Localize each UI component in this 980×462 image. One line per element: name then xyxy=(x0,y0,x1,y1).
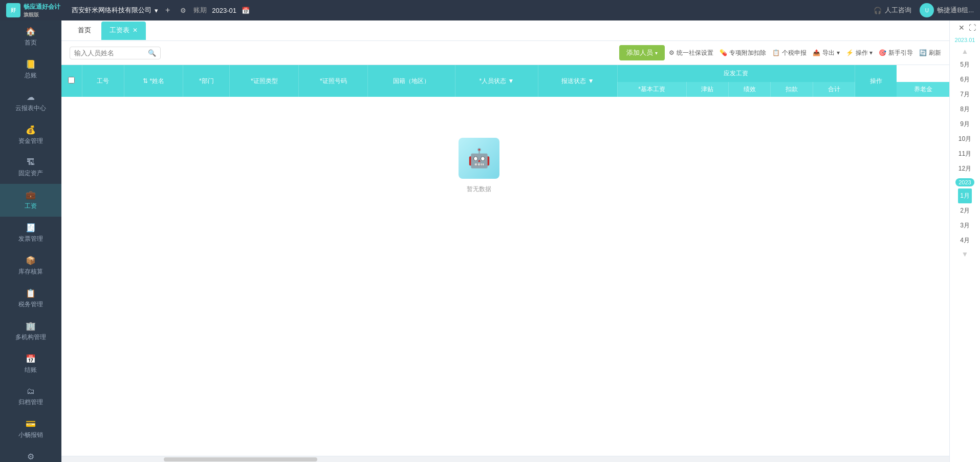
expand-panel-button[interactable]: ⛶ xyxy=(967,23,978,33)
th-deduction: 扣款 xyxy=(771,82,813,97)
tax-declare-icon: 📋 xyxy=(772,49,780,56)
toolbar-action-new-guide[interactable]: 🎯 新手引导 xyxy=(879,49,913,57)
toolbar-action-export[interactable]: 📤 导出 ▾ xyxy=(813,49,839,57)
multi-org-label: 多机构管理 xyxy=(15,333,46,342)
sidebar-item-settings[interactable]: ⚙ 基础设置 xyxy=(0,446,61,462)
close-panel-button[interactable]: ✕ xyxy=(956,23,967,33)
special-deduction-label: 专项附加扣除 xyxy=(729,49,766,57)
sidebar-item-fixed-asset[interactable]: 🏗 固定资产 xyxy=(0,152,61,184)
calendar-icon[interactable]: 📅 xyxy=(242,7,250,14)
tax-icon: 📋 xyxy=(26,288,36,298)
header-right: 🎧 人工咨询 U 畅捷通B组... xyxy=(874,3,974,17)
sidebar-item-salary[interactable]: 💼 工资 xyxy=(0,184,61,217)
year-badge-2023[interactable]: 2023 xyxy=(955,178,974,186)
home-label: 首页 xyxy=(25,38,37,47)
toolbar-action-refresh[interactable]: 🔄 刷新 xyxy=(919,49,941,57)
toolbar-action-operations[interactable]: ⚡ 操作 ▾ xyxy=(846,49,873,57)
th-id-type: *证照类型 xyxy=(230,65,299,97)
inventory-icon: 📦 xyxy=(26,256,36,265)
user-menu[interactable]: U 畅捷通B组... xyxy=(920,3,974,17)
th-allowance: 津贴 xyxy=(686,82,728,97)
salary-label: 工资 xyxy=(25,202,37,211)
month-item-prev-12[interactable]: 12月 xyxy=(956,161,973,176)
salary-tab-label: 工资表 xyxy=(110,26,129,35)
invoice-label: 发票管理 xyxy=(18,235,43,243)
sidebar-item-invoice[interactable]: 🧾 发票管理 xyxy=(0,217,61,249)
settings-icon[interactable]: ⚙ xyxy=(177,6,189,15)
special-deduction-icon: 💊 xyxy=(720,49,727,56)
search-input[interactable] xyxy=(74,49,146,57)
sidebar-item-home[interactable]: 🏠 首页 xyxy=(0,20,61,53)
toolbar-action-tax-declare[interactable]: 📋 个税申报 xyxy=(772,49,807,57)
sidebar-item-cloud-report[interactable]: ☁ 云报表中心 xyxy=(0,86,61,119)
th-number: 工号 xyxy=(82,65,124,97)
add-person-label: 添加人员 xyxy=(626,48,653,57)
curr-year-months: 1月2月3月4月 xyxy=(958,188,972,248)
new-guide-label: 新手引导 xyxy=(888,49,913,57)
user-avatar: U xyxy=(920,3,934,17)
right-panel: ✕ ⛶ 2023.01 ▲ 5月6月7月8月9月10月11月12月 2023 1… xyxy=(949,20,980,462)
panel-controls: ✕ ⛶ xyxy=(950,20,980,35)
th-status: *人员状态 ▼ xyxy=(455,65,538,97)
sidebar-item-ledger[interactable]: 📒 总账 xyxy=(0,53,61,86)
search-icon[interactable]: 🔍 xyxy=(148,49,156,57)
sidebar-item-archive[interactable]: 🗂 归档管理 xyxy=(0,381,61,413)
close-label: 结账 xyxy=(25,366,37,374)
month-item-curr-1[interactable]: 1月 xyxy=(958,188,972,203)
sidebar-item-close[interactable]: 📅 结账 xyxy=(0,348,61,381)
scroll-up-icon[interactable]: ▲ xyxy=(960,45,971,57)
inventory-label: 库存核算 xyxy=(18,267,43,276)
toolbar-action-social-security[interactable]: ⚙ 统一社保设置 xyxy=(669,49,713,57)
tax-label: 税务管理 xyxy=(18,300,43,309)
period-display: 2023.01 xyxy=(953,35,977,45)
sidebar-item-multi-org[interactable]: 🏢 多机构管理 xyxy=(0,315,61,348)
support-button[interactable]: 🎧 人工咨询 xyxy=(874,6,911,15)
sidebar-item-inventory[interactable]: 📦 库存核算 xyxy=(0,249,61,282)
tab-bar: 首页 工资表 ✕ xyxy=(61,20,949,41)
fund-label: 资金管理 xyxy=(18,137,43,145)
export-label: 导出 ▾ xyxy=(822,49,839,57)
app-name: 畅应通好会计 旗舰版 xyxy=(24,3,60,18)
th-total: 合计 xyxy=(813,82,855,97)
toolbar-action-special-deduction[interactable]: 💊 专项附加扣除 xyxy=(720,49,766,57)
company-name: 西安虾米网络科技有限公司 xyxy=(72,6,151,15)
month-item-prev-6[interactable]: 6月 xyxy=(956,72,973,87)
month-item-prev-7[interactable]: 7月 xyxy=(956,87,973,102)
month-item-prev-10[interactable]: 10月 xyxy=(956,132,973,146)
month-item-prev-11[interactable]: 11月 xyxy=(956,146,973,161)
tab-close-icon[interactable]: ✕ xyxy=(133,27,138,34)
month-item-curr-4[interactable]: 4月 xyxy=(958,233,972,248)
company-selector[interactable]: 西安虾米网络科技有限公司 ▾ xyxy=(68,4,162,17)
empty-state-cell: 🤖 暂无数据 xyxy=(61,97,897,235)
month-item-curr-3[interactable]: 3月 xyxy=(958,218,972,233)
support-label: 人工咨询 xyxy=(885,6,911,15)
empty-state-row: 🤖 暂无数据 xyxy=(61,97,949,235)
month-item-curr-2[interactable]: 2月 xyxy=(958,203,972,218)
add-icon[interactable]: + xyxy=(162,5,173,16)
fund-icon: 💰 xyxy=(26,125,36,135)
settings-icon: ⚙ xyxy=(27,452,34,461)
th-name: ⇅ *姓名 xyxy=(124,65,183,97)
header-period: 账期 2023-01 📅 xyxy=(193,6,250,15)
prev-year-months: 5月6月7月8月9月10月11月12月 xyxy=(956,57,973,176)
fixed-asset-label: 固定资产 xyxy=(18,169,43,178)
month-item-prev-9[interactable]: 9月 xyxy=(956,117,973,132)
main-layout: 🏠 首页 📒 总账 ☁ 云报表中心 💰 资金管理 🏗 固定资产 💼 工资 🧾 发… xyxy=(0,20,980,462)
month-item-prev-8[interactable]: 8月 xyxy=(956,102,973,117)
search-wrap: 🔍 xyxy=(70,47,161,59)
scroll-down-icon[interactable]: ▼ xyxy=(960,248,971,260)
tab-home[interactable]: 首页 xyxy=(70,22,99,40)
user-name: 畅捷通B组... xyxy=(937,6,974,15)
sidebar-item-fund[interactable]: 💰 资金管理 xyxy=(0,119,61,152)
select-all-checkbox[interactable] xyxy=(68,77,75,83)
select-all-col xyxy=(61,65,82,97)
table-scrollbar[interactable] xyxy=(61,456,949,462)
table-scrollbar-thumb[interactable] xyxy=(164,457,317,461)
sidebar-item-expense[interactable]: 💳 小畅报销 xyxy=(0,413,61,446)
chevron-down-icon[interactable]: ▾ xyxy=(155,7,158,14)
add-person-button[interactable]: 添加人员 ▾ xyxy=(619,45,665,60)
fixed-asset-icon: 🏗 xyxy=(27,158,35,167)
tab-salary-table[interactable]: 工资表 ✕ xyxy=(101,22,146,40)
sidebar-item-tax[interactable]: 📋 税务管理 xyxy=(0,282,61,315)
month-item-prev-5[interactable]: 5月 xyxy=(956,57,973,72)
